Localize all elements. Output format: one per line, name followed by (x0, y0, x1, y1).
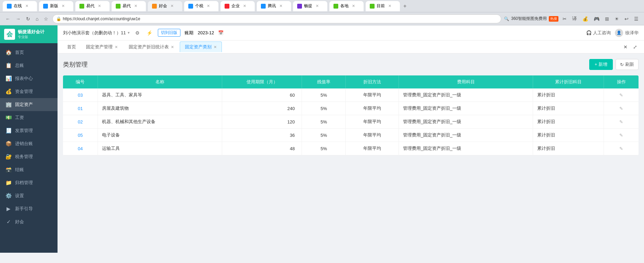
lightning-button[interactable]: ⚡ (145, 29, 154, 36)
tab-close-btn[interactable]: ✕ (243, 4, 246, 8)
browser-tab-haohui[interactable]: 好会 ✕ (148, 1, 182, 11)
sidebar-item-settlement[interactable]: 🗃️ 结账 (0, 163, 58, 176)
tab-close-btn[interactable]: ✕ (388, 4, 391, 8)
tab-fixed-assets-depreciation[interactable]: 固定资产折旧统计表 ✕ (124, 41, 179, 52)
edit-button[interactable]: ✎ (619, 146, 623, 151)
tab-home[interactable]: 首页 (63, 42, 80, 52)
tab-close-btn[interactable]: ✕ (25, 4, 28, 8)
forward-button[interactable]: → (14, 15, 22, 22)
sidebar-item-invoice[interactable]: 🧾 发票管理 (0, 124, 58, 137)
cell-id[interactable]: 04 (63, 142, 98, 155)
game-button[interactable]: 🎮 (592, 15, 601, 22)
sidebar-item-reports[interactable]: 📊 报表中心 (0, 72, 58, 85)
cell-method: 年限平均 (346, 129, 399, 142)
tab-close-icon[interactable]: ✕ (115, 45, 118, 49)
sidebar-item-haohui[interactable]: ✓ 好会 (0, 215, 58, 228)
sidebar-item-label: 新手引导 (15, 206, 33, 212)
wallet-button[interactable]: 💰 (581, 15, 590, 22)
tab-close-btn[interactable]: ✕ (316, 4, 319, 8)
tab-close-btn[interactable]: ✕ (171, 4, 174, 8)
refresh-data-button[interactable]: ↻ 刷新 (616, 59, 639, 70)
browser-tab-tencent[interactable]: 腾讯 ✕ (257, 1, 291, 11)
browser-tab-gedi[interactable]: 各地 ✕ (329, 1, 364, 11)
browser-tab-tax[interactable]: 个税 ✕ (184, 1, 218, 11)
sidebar-item-salary[interactable]: 💵 工资 (0, 111, 58, 124)
home-button[interactable]: ⌂ (34, 15, 40, 22)
tab-close-icon[interactable]: ✕ (171, 45, 174, 49)
sidebar-item-funds[interactable]: 💰 资金管理 (0, 85, 58, 98)
expand-button[interactable]: ⤢ (632, 44, 639, 50)
undo-button[interactable]: ↩ (623, 15, 630, 22)
edit-button[interactable]: ✎ (619, 119, 623, 124)
tab-close-btn[interactable]: ✕ (62, 4, 65, 8)
sidebar-item-ledger[interactable]: 📋 总账 (0, 59, 58, 72)
col-id: 编号 (63, 75, 98, 88)
menu-button[interactable]: ☰ (633, 15, 640, 22)
sidebar-item-label: 工资 (15, 115, 24, 121)
cell-id[interactable]: 02 (63, 115, 98, 129)
edit-button[interactable]: ✎ (619, 93, 623, 98)
search-label: 360智能抠图免费用 (511, 16, 547, 22)
sidebar-item-guide[interactable]: ▶ 新手引导 (0, 202, 58, 215)
grid-button[interactable]: ⊞ (604, 15, 610, 22)
brightness-button[interactable]: ☀ (613, 15, 620, 22)
translate-button[interactable]: 译 (571, 15, 578, 23)
tab-fixed-assets-category[interactable]: 固定资产类别 ✕ (180, 41, 222, 52)
cell-id[interactable]: 03 (63, 88, 98, 102)
tab-close-btn[interactable]: ✕ (352, 4, 355, 8)
ledger-icon: 📋 (5, 62, 12, 69)
refresh-button[interactable]: ↻ (25, 15, 31, 22)
settings-gear-button[interactable]: ⚙ (134, 29, 141, 36)
sidebar-item-tax[interactable]: 🔐 税务管理 (0, 150, 58, 163)
cell-id[interactable]: 05 (63, 129, 98, 142)
tab-fixed-assets-management[interactable]: 固定资产管理 ✕ (81, 41, 123, 52)
table-row: 05 电子设备 36 5% 年限平均 管理费用_固定资产折旧_一级 累计折旧 ✎ (63, 129, 639, 142)
tab-label: 固定资产类别 (185, 44, 212, 50)
browser-tab-yidai1[interactable]: 易代 ✕ (75, 1, 110, 11)
invoice-icon: 🧾 (5, 128, 12, 134)
add-new-button[interactable]: + 新增 (589, 59, 613, 70)
tab-close-icon[interactable]: ✕ (214, 45, 217, 49)
browser-tab-changtui[interactable]: 畅提 ✕ (293, 1, 327, 11)
browser-tab-new[interactable]: 新版 ✕ (39, 1, 73, 11)
col-method: 折旧方法 (346, 75, 399, 88)
back-button[interactable]: ← (4, 15, 12, 22)
scissors-icon[interactable]: ✂ (561, 15, 568, 22)
browser-tab-enterprise[interactable]: 企业 ✕ (220, 1, 255, 11)
logo-text: 畅捷通好会计 专业版 (18, 29, 45, 40)
sidebar-item-label: 发票管理 (15, 128, 33, 134)
switch-old-version-button[interactable]: 切到旧版 (158, 29, 180, 37)
tab-close-btn[interactable]: ✕ (98, 4, 101, 8)
new-tab-button[interactable]: + (402, 3, 408, 9)
search-icon: 🔍 (504, 16, 509, 21)
tab-label: 各地 (340, 3, 349, 9)
sidebar-item-home[interactable]: 🏠 首页 (0, 46, 58, 59)
user-info[interactable]: 刘小艳演示套（勿删勿动！）11 ▾ (63, 30, 130, 36)
edit-button[interactable]: ✎ (619, 106, 623, 111)
browser-tab-online[interactable]: 在线 ✕ (3, 1, 37, 11)
url-input[interactable]: 🔒 https://cloud.chanjet.com/accounting/u… (52, 14, 501, 23)
sidebar-item-label: 总账 (15, 62, 24, 69)
haohui-icon: ✓ (5, 219, 12, 225)
tab-label: 个税 (195, 3, 203, 9)
browser-tab-yidai2[interactable]: 易代 ✕ (112, 1, 146, 11)
sidebar-item-purchase-sales[interactable]: 📦 进销台账 (0, 137, 58, 150)
user-avatar-area[interactable]: 👤 徐泽华 (615, 29, 639, 37)
bookmark-button[interactable]: ☆ (42, 15, 50, 22)
sidebar-item-fixed-assets[interactable]: 🏢 固定资产 (0, 98, 58, 111)
cell-id[interactable]: 01 (63, 102, 98, 115)
sidebar: 会 畅捷通好会计 专业版 🏠 首页 📋 总账 📊 报表中心 💰 资金管理 (0, 25, 58, 253)
tab-close-btn[interactable]: ✕ (279, 4, 282, 8)
tab-label: 畅提 (304, 3, 312, 9)
tab-close-btn[interactable]: ✕ (207, 4, 210, 8)
hot-badge: 热搜 (549, 16, 558, 22)
tab-close-btn[interactable]: ✕ (134, 4, 137, 8)
sidebar-item-settings[interactable]: ⚙️ 设置 (0, 189, 58, 202)
sidebar-item-archive[interactable]: 📁 归档管理 (0, 176, 58, 189)
service-button[interactable]: 🎧 人工咨询 (586, 30, 611, 36)
browser-tab-bar: 在线 ✕ 新版 ✕ 易代 ✕ 易代 ✕ 好会 ✕ 个税 ✕ 企业 ✕ 腾讯 ✕ … (0, 0, 644, 12)
close-tab-button[interactable]: ✕ (622, 44, 629, 50)
service-label: 人工咨询 (593, 30, 611, 36)
edit-button[interactable]: ✎ (619, 133, 623, 138)
browser-tab-mudi[interactable]: 目前 ✕ (366, 1, 400, 11)
